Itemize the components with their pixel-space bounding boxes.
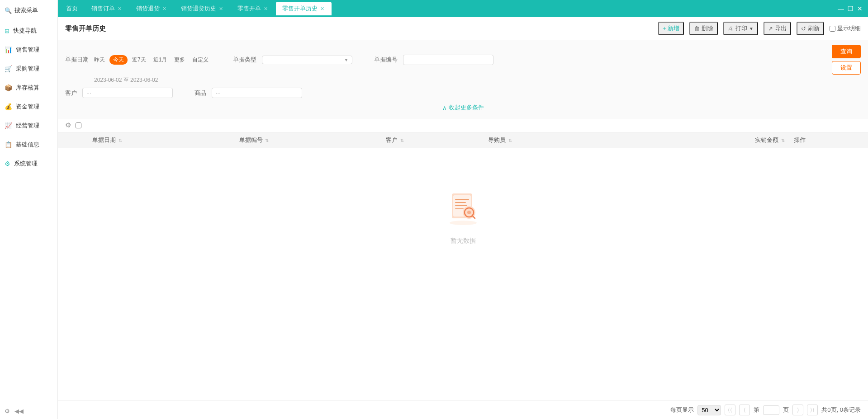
customer-filter: 客户 ··· [65,88,173,98]
th-customer[interactable]: 客户 ⇅ [381,132,484,148]
yesterday-btn[interactable]: 昨天 [91,55,108,65]
first-page-btn[interactable]: ⟨⟨ [725,405,735,415]
print-button[interactable]: 🖨 打印 ▼ [723,22,758,35]
sidebar-item-purchase-mgmt[interactable]: 🛒 采购管理 [0,59,57,78]
sidebar-item-sales-mgmt[interactable]: 📊 销售管理 [0,40,57,59]
date-range-row: 2023-06-02 至 2023-06-02 [94,76,861,84]
th-no[interactable]: 单据编号 ⇅ [235,132,382,148]
sidebar-item-inventory[interactable]: 📦 库存核算 [0,78,57,97]
minimize-icon[interactable]: — [838,5,844,12]
pagination: 每页显示 50 100 200 ⟨⟨ ⟨ 第 1 页 ⟩ ⟩⟩ 共0页, 0条记… [58,400,868,419]
finance-icon: 💰 [5,103,12,110]
delete-button[interactable]: 🗑 删除 [689,22,718,35]
empty-state: 暂无数据 [58,148,868,281]
inventory-icon: 📦 [5,84,12,91]
more-btn[interactable]: 更多 [171,55,188,65]
select-all-checkbox[interactable] [76,122,81,128]
th-settings [58,132,74,148]
tab-sales-return[interactable]: 销货退货 ✕ [130,2,174,15]
print-dropdown-icon: ▼ [749,26,754,31]
new-button[interactable]: + 新增 [658,22,684,35]
svg-point-10 [467,211,471,214]
tab-close-icon[interactable]: ✕ [263,6,269,12]
empty-text: 暂无数据 [451,237,476,245]
date-range-text: 2023-06-02 至 2023-06-02 [94,77,158,83]
customer-input[interactable]: ··· [82,88,173,98]
gear-settings-icon[interactable]: ⚙ [65,121,71,129]
refresh-button[interactable]: ↺ 刷新 [797,22,824,35]
tab-label: 销货退货历史 [181,5,216,13]
tab-sales-order[interactable]: 销售订单 ✕ [85,2,129,15]
sort-icon: ⇅ [265,138,269,143]
sidebar-item-label: 快捷导航 [13,27,37,35]
sidebar-item-quick-nav[interactable]: ⊞ 快捷导航 [0,21,57,40]
th-amount[interactable]: 实销金额 ⇅ [642,132,789,148]
filter-row-2: 客户 ··· 商品 ··· [65,88,861,98]
close-window-icon[interactable]: ✕ [857,5,863,12]
sidebar-item-basic-info[interactable]: 📋 基础信息 [0,135,57,154]
tab-close-icon[interactable]: ✕ [319,6,325,12]
tab-retail-open[interactable]: 零售开单 ✕ [231,2,275,15]
search-icon: 🔍 [5,7,12,14]
next-page-btn[interactable]: ⟩ [792,405,803,415]
filter-area: 单据日期 昨天 今天 近7天 近1月 更多 自定义 单据类型 ▼ [58,40,868,118]
sidebar: 🔍 搜索采单 ⊞ 快捷导航 📊 销售管理 🛒 采购管理 📦 库存核算 💰 资金管… [0,0,58,419]
tab-label: 销货退货 [136,5,160,13]
page-size-select[interactable]: 50 100 200 [697,405,721,415]
page-input[interactable]: 1 [763,405,779,415]
doc-type-label: 单据类型 [233,56,256,64]
th-action: 操作 [789,132,868,148]
tab-close-icon[interactable]: ✕ [117,6,123,12]
filter-row-1: 单据日期 昨天 今天 近7天 近1月 更多 自定义 单据类型 ▼ [65,45,861,75]
tab-close-icon[interactable]: ✕ [161,6,167,12]
sidebar-item-finance[interactable]: 💰 资金管理 [0,97,57,116]
prev-page-btn[interactable]: ⟨ [739,405,750,415]
display-detail-label: 显示明细 [837,24,861,33]
settings-gear-icon[interactable]: ⚙ [5,408,10,414]
th-date[interactable]: 单据日期 ⇅ [88,132,235,148]
tab-retail-history[interactable]: 零售开单历史 ✕ [276,2,332,15]
collapse-button[interactable]: ∧ 收起更多条件 [442,102,484,113]
th-salesman[interactable]: 导购员 ⇅ [484,132,608,148]
tab-close-icon[interactable]: ✕ [218,6,224,12]
collapse-sidebar-icon[interactable]: ◀◀ [14,408,24,414]
table-toolbar: ⚙ [58,118,868,132]
last1month-btn[interactable]: 近1月 [151,55,170,65]
filter-settings-button[interactable]: 设置 [832,61,861,75]
goods-filter-label: 商品 [194,89,206,97]
sidebar-item-label: 经营管理 [16,122,39,130]
goods-filter: 商品 ··· [194,88,302,98]
tab-home[interactable]: 首页 [60,2,84,15]
tab-bar: 首页 销售订单 ✕ 销货退货 ✕ 销货退货历史 ✕ 零售开单 ✕ 零售开单历史 … [58,0,868,17]
table-header-row: 单据日期 ⇅ 单据编号 ⇅ 客户 ⇅ 导购员 ⇅ [58,132,868,148]
page-title: 零售开单历史 [65,24,106,33]
restore-icon[interactable]: ❐ [848,5,854,12]
display-detail-checkbox[interactable] [830,26,835,32]
sidebar-item-sys-mgmt[interactable]: ⚙ 系统管理 [0,154,57,173]
content-area: 零售开单历史 + 新增 🗑 删除 🖨 打印 ▼ ↗ 导出 ↺ [58,17,868,419]
doc-no-input[interactable] [403,55,493,65]
tab-sales-return-history[interactable]: 销货退货历史 ✕ [175,2,230,15]
today-btn[interactable]: 今天 [109,55,128,65]
doc-type-select[interactable]: ▼ [262,56,352,64]
svg-point-0 [450,221,477,225]
tab-label: 零售开单 [237,5,261,13]
last7days-btn[interactable]: 近7天 [129,55,149,65]
display-detail-toggle[interactable]: 显示明细 [830,24,861,33]
sidebar-item-operations[interactable]: 📈 经营管理 [0,116,57,135]
table-body: 暂无数据 [58,148,868,282]
query-button[interactable]: 查询 [832,45,861,58]
empty-row: 暂无数据 [58,148,868,282]
th-spacer [608,132,642,148]
sys-icon: ⚙ [5,160,10,167]
tab-label: 销售订单 [91,5,115,13]
th-checkbox [74,132,88,148]
collapse-row: ∧ 收起更多条件 [65,102,861,113]
export-button[interactable]: ↗ 导出 [764,22,791,35]
sidebar-search[interactable]: 🔍 搜索采单 [0,0,57,21]
page-label-pre: 第 [754,406,759,414]
goods-input[interactable]: ··· [212,88,302,98]
custom-btn[interactable]: 自定义 [190,55,211,65]
sidebar-search-label: 搜索采单 [14,6,38,14]
last-page-btn[interactable]: ⟩⟩ [807,405,818,415]
